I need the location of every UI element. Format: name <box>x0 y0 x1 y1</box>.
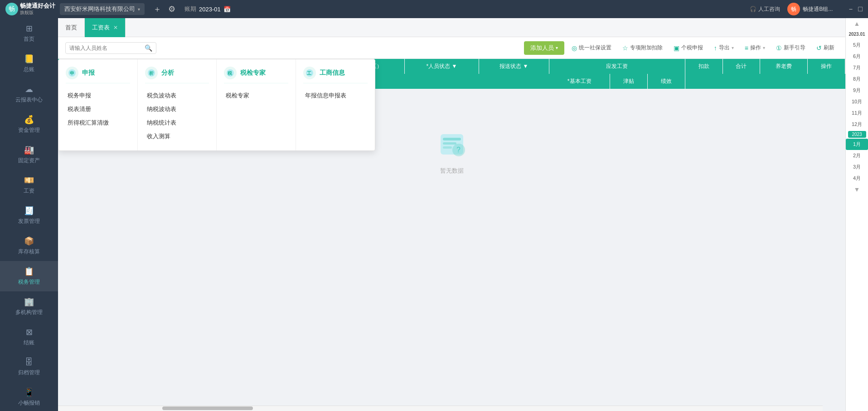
th-op: 操作 <box>808 59 845 74</box>
th-status: *人员状态 ▼ <box>405 59 479 74</box>
sidebar-item-cloud-report[interactable]: ☁ 云报表中心 <box>0 79 58 109</box>
sidebar-item-mini-report[interactable]: 📱 小畅报销 <box>0 382 58 411</box>
search-icon[interactable]: 🔍 <box>145 44 152 52</box>
company-name: 西安虾米网络科技有限公司 <box>64 5 135 13</box>
month-6[interactable]: 6月 <box>846 51 868 62</box>
tax-report-action[interactable]: ▣ 个税申报 <box>670 42 707 53</box>
guide-action[interactable]: ① 新手引导 <box>772 42 809 53</box>
menu-item-tax-expert[interactable]: 税检专家 <box>224 89 288 102</box>
menu-item-income-calc[interactable]: 收入测算 <box>145 130 209 143</box>
month-5[interactable]: 5月 <box>846 39 868 51</box>
top-bar-actions: ＋ ⚙ <box>152 4 177 15</box>
month-2[interactable]: 2月 <box>846 150 868 161</box>
section-title-analysis: 分析 <box>161 69 174 77</box>
th-report-status: 报送状态 ▼ <box>479 59 549 74</box>
menu-item-tax-form[interactable]: 税表清册 <box>66 102 130 116</box>
svg-text:析: 析 <box>149 71 154 76</box>
sidebar-item-archive[interactable]: 🗄 归档管理 <box>0 352 58 382</box>
svg-text:税: 税 <box>227 71 233 76</box>
menu-item-income-tax[interactable]: 所得税汇算清缴 <box>66 116 130 130</box>
social-insurance-action[interactable]: ◎ 统一社保设置 <box>568 42 615 53</box>
month-12[interactable]: 12月 <box>846 119 868 130</box>
popup-section-tax-expert: 税 税检专家 税检专家 <box>217 59 296 150</box>
month-8[interactable]: 8月 <box>846 73 868 85</box>
ledger-icon: 📒 <box>24 54 34 64</box>
menu-item-tax-dynamic[interactable]: 纳税波动表 <box>145 102 209 116</box>
svg-text:?: ? <box>456 146 461 154</box>
export-action[interactable]: ↑ 导出 ▾ <box>710 42 737 53</box>
add-dropdown-arrow-icon: ▾ <box>556 45 558 50</box>
maximize-button[interactable]: □ <box>858 5 863 13</box>
sidebar-item-tax[interactable]: 📋 税务管理 <box>0 261 58 291</box>
company-selector[interactable]: 西安虾米网络科技有限公司 ▾ <box>60 3 145 15</box>
sidebar-item-close[interactable]: ⊠ 结账 <box>0 322 58 352</box>
tab-bar: 首页 工资表 ✕ <box>58 18 845 37</box>
month-9[interactable]: 9月 <box>846 85 868 96</box>
right-panel: ▲ 2023.01 5月 6月 7月 8月 9月 10月 11月 12月 202… <box>845 18 868 411</box>
menu-item-tax-report[interactable]: 税务申报 <box>66 89 130 102</box>
cloud-icon: ☁ <box>25 84 33 94</box>
svg-rect-3 <box>443 146 452 149</box>
refresh-icon: ↺ <box>816 44 822 52</box>
chevron-down-icon: ▾ <box>138 7 140 12</box>
empty-icon: ? <box>434 125 470 161</box>
popup-section-shenb ao: 申 申报 税务申报 税表清册 所得税汇算清缴 <box>58 59 138 150</box>
refresh-label: 刷新 <box>824 44 834 52</box>
social-insurance-icon: ◎ <box>572 44 577 52</box>
guide-action-icon: ① <box>776 44 782 52</box>
sidebar-label-inventory: 库存核算 <box>18 248 40 256</box>
sidebar-item-inventory[interactable]: 📦 库存核算 <box>0 231 58 261</box>
add-button[interactable]: ＋ <box>152 4 163 15</box>
month-1-current[interactable]: 1月 <box>846 139 868 150</box>
month-10[interactable]: 10月 <box>846 96 868 107</box>
sidebar-item-fund[interactable]: 💰 资金管理 <box>0 109 58 140</box>
fund-icon: 💰 <box>24 115 34 125</box>
operation-action[interactable]: ≡ 操作 ▾ <box>741 42 769 53</box>
add-person-label: 添加人员 <box>530 44 554 52</box>
operation-label: 操作 <box>750 44 761 52</box>
assets-icon: 🏭 <box>24 145 34 155</box>
down-arrow-icon[interactable]: ▼ <box>846 184 868 195</box>
home-icon: ⊞ <box>26 24 33 34</box>
sidebar-item-ledger[interactable]: 📒 总账 <box>0 48 58 79</box>
period-value: 2023-01 <box>199 6 221 13</box>
svg-text:工: 工 <box>307 71 311 76</box>
tab-close-icon[interactable]: ✕ <box>113 24 118 31</box>
settings-icon[interactable]: ⚙ <box>166 4 177 15</box>
th-total: 合计 <box>723 59 760 74</box>
search-input[interactable] <box>69 45 142 51</box>
up-arrow-icon[interactable]: ▲ <box>846 18 868 29</box>
section-title-expert: 税检专家 <box>240 69 266 77</box>
salary-tab-label: 工资表 <box>92 24 110 32</box>
sidebar-label-home: 首页 <box>24 35 34 43</box>
user-area[interactable]: 畅 畅捷通B组... <box>787 3 833 15</box>
refresh-action[interactable]: ↺ 刷新 <box>813 42 838 53</box>
sidebar-item-home[interactable]: ⊞ 首页 <box>0 18 58 48</box>
horizontal-scrollbar[interactable] <box>58 406 823 411</box>
sidebar-label-salary: 工资 <box>24 187 34 195</box>
service-button[interactable]: 🎧 人工咨询 <box>750 5 780 13</box>
menu-item-tax-stats[interactable]: 纳税统计表 <box>145 116 209 130</box>
special-deduction-action[interactable]: ☆ 专项附加扣除 <box>619 42 666 53</box>
minimize-button[interactable]: － <box>847 5 854 14</box>
export-icon: ↑ <box>714 44 717 52</box>
add-person-button[interactable]: 添加人员 ▾ <box>524 41 564 55</box>
menu-item-annual-report[interactable]: 年报信息申报表 <box>303 89 368 102</box>
sidebar-item-invoice[interactable]: 🧾 发票管理 <box>0 200 58 231</box>
scrollbar-thumb[interactable] <box>162 406 253 410</box>
sidebar-item-assets[interactable]: 🏭 固定资产 <box>0 140 58 170</box>
sidebar-item-salary[interactable]: 💴 工资 <box>0 170 58 200</box>
month-7[interactable]: 7月 <box>846 62 868 73</box>
sidebar-label-mini: 小畅报销 <box>18 399 40 407</box>
dropdown-popup: 申 申报 税务申报 税表清册 所得税汇算清缴 析 分析 <box>58 59 375 151</box>
month-11[interactable]: 11月 <box>846 107 868 119</box>
calendar-icon[interactable]: 📅 <box>223 6 231 13</box>
tab-home[interactable]: 首页 <box>58 18 85 37</box>
month-4[interactable]: 4月 <box>846 173 868 184</box>
menu-item-tax-burden[interactable]: 税负波动表 <box>145 89 209 102</box>
search-wrap: 🔍 <box>65 42 156 54</box>
tab-salary[interactable]: 工资表 ✕ <box>85 18 126 37</box>
month-3[interactable]: 3月 <box>846 161 868 173</box>
sidebar-label-cloud: 云报表中心 <box>15 96 43 104</box>
sidebar-item-multi-org[interactable]: 🏢 多机构管理 <box>0 291 58 322</box>
